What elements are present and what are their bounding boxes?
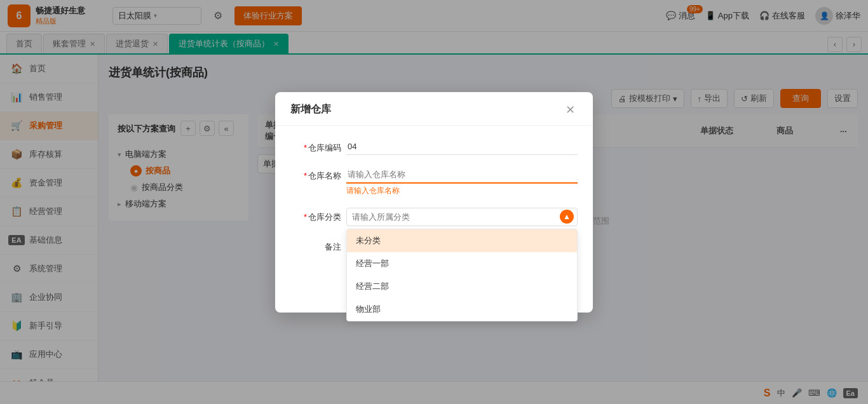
- form-row-category: *仓库分类 ▲ 未分类 经营一部 经营二部 物业部: [290, 208, 578, 226]
- dropdown-item-3[interactable]: 物业部: [347, 298, 577, 321]
- name-label: *仓库名称: [290, 166, 341, 182]
- category-label: *仓库分类: [290, 208, 341, 223]
- form-row-code: *仓库编码: [290, 138, 578, 155]
- code-label: *仓库编码: [290, 138, 341, 154]
- modal-header: 新增仓库 ✕: [275, 92, 593, 126]
- modal-title: 新增仓库: [290, 103, 331, 116]
- category-input[interactable]: [346, 208, 578, 226]
- modal-close-button[interactable]: ✕: [562, 102, 578, 118]
- form-row-name: *仓库名称 请输入仓库名称: [290, 166, 578, 196]
- name-input[interactable]: [346, 166, 578, 184]
- dropdown-item-2[interactable]: 经营二部: [347, 275, 577, 298]
- modal-overlay: 新增仓库 ✕ *仓库编码 *仓库名称 请输入仓库名称: [0, 0, 868, 404]
- name-field-wrap: 请输入仓库名称: [346, 166, 578, 196]
- category-toggle-button[interactable]: ▲: [560, 210, 574, 224]
- dropdown-item-1[interactable]: 经营一部: [347, 252, 577, 275]
- modal-body: *仓库编码 *仓库名称 请输入仓库名称 *仓库分类: [275, 126, 593, 278]
- dropdown-item-0[interactable]: 未分类: [347, 229, 577, 252]
- category-dropdown: 未分类 经营一部 经营二部 物业部: [346, 229, 578, 321]
- remark-label: 备注: [290, 238, 341, 253]
- code-input[interactable]: [346, 138, 578, 155]
- name-error-msg: 请输入仓库名称: [346, 185, 578, 196]
- category-input-wrap: ▲ 未分类 经营一部 经营二部 物业部: [346, 208, 578, 226]
- add-warehouse-modal: 新增仓库 ✕ *仓库编码 *仓库名称 请输入仓库名称: [275, 92, 593, 313]
